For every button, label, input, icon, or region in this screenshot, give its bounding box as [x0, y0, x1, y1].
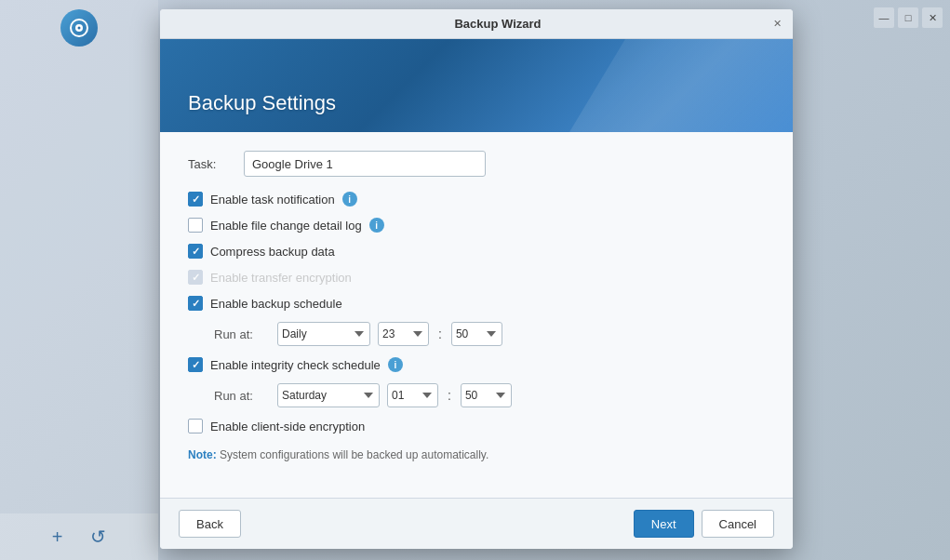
compress-backup-checkbox[interactable]: [188, 244, 203, 259]
backup-schedule-runat-row: Run at: Daily Weekly Monthly 23 00010203…: [214, 322, 765, 346]
wm-maximize-button[interactable]: □: [898, 7, 918, 28]
next-button[interactable]: Next: [634, 510, 694, 538]
compress-backup-label: Compress backup data: [210, 245, 335, 259]
dialog-title: Backup Wizard: [225, 17, 770, 31]
integrity-minute-select[interactable]: 50 00051015 20253035 404555: [461, 383, 512, 407]
integrity-runat-label: Run at:: [214, 389, 270, 403]
close-icon: ✕: [773, 18, 782, 30]
backup-minute-select[interactable]: 50 00051015 20253035 404555: [451, 322, 502, 346]
titlebar-controls: ✕: [770, 18, 783, 31]
enable-file-change-row: Enable file change detail log i: [188, 218, 765, 233]
enable-client-encryption-label: Enable client-side encryption: [210, 420, 365, 433]
enable-integrity-check-checkbox[interactable]: [188, 357, 203, 372]
enable-client-encryption-row: Enable client-side encryption: [188, 419, 765, 433]
enable-transfer-encryption-label: Enable transfer encryption: [210, 271, 352, 285]
enable-transfer-encryption-checkbox: [188, 270, 203, 285]
task-label: Task:: [188, 157, 244, 171]
integrity-schedule-runat-row: Run at: Saturday MondayTuesdayWednesday …: [214, 383, 765, 407]
compress-backup-row: Compress backup data: [188, 244, 765, 259]
header-title: Backup Settings: [188, 91, 336, 115]
note-text: System configurations will be backed up …: [220, 448, 488, 461]
backup-hour-select[interactable]: 23 00010203 04050607 08091011 12131415 1…: [378, 322, 429, 346]
task-input[interactable]: [244, 151, 486, 177]
integrity-day-select[interactable]: Saturday MondayTuesdayWednesday Thursday…: [277, 383, 380, 407]
integrity-time-colon: :: [448, 388, 451, 403]
enable-task-notification-label: Enable task notification: [210, 193, 335, 207]
enable-integrity-check-row: Enable integrity check schedule i: [188, 357, 765, 372]
enable-backup-schedule-row: Enable backup schedule: [188, 296, 765, 311]
enable-file-change-label: Enable file change detail log: [210, 219, 362, 233]
dialog-footer: Back Next Cancel: [160, 498, 793, 549]
enable-backup-schedule-label: Enable backup schedule: [210, 297, 342, 311]
wm-minimize-button[interactable]: —: [874, 7, 894, 28]
history-icon[interactable]: ↺: [90, 526, 106, 548]
taskbar: + ↺: [0, 0, 158, 560]
task-row: Task:: [188, 151, 765, 177]
enable-transfer-encryption-row: Enable transfer encryption: [188, 270, 765, 285]
enable-task-notification-checkbox[interactable]: [188, 192, 203, 207]
enable-file-change-info-icon[interactable]: i: [369, 218, 384, 233]
desktop: + ↺ — □ ✕ Backup Wizard ✕ Backup Setting…: [0, 0, 950, 560]
backup-wizard-dialog: Backup Wizard ✕ Backup Settings Task: En…: [160, 9, 793, 549]
enable-file-change-checkbox[interactable]: [188, 218, 203, 233]
backup-frequency-select[interactable]: Daily Weekly Monthly: [277, 322, 370, 346]
backup-runat-label: Run at:: [214, 327, 270, 341]
integrity-hour-select[interactable]: 01 00020304 05060708 09101112 13141516 1…: [387, 383, 438, 407]
bottom-bar: + ↺: [0, 513, 158, 560]
wm-close-button[interactable]: ✕: [922, 7, 943, 28]
enable-task-notification-info-icon[interactable]: i: [342, 192, 357, 207]
enable-integrity-check-label: Enable integrity check schedule: [210, 358, 381, 372]
backup-time-colon: :: [438, 327, 442, 341]
note-label: Note:: [188, 448, 217, 461]
dialog-content: Task: Enable task notification i Enable …: [160, 132, 793, 498]
enable-integrity-check-info-icon[interactable]: i: [388, 357, 403, 372]
footer-right-buttons: Next Cancel: [634, 510, 774, 538]
enable-task-notification-row: Enable task notification i: [188, 192, 765, 207]
dialog-close-button[interactable]: ✕: [770, 18, 783, 31]
cancel-button[interactable]: Cancel: [702, 510, 774, 538]
app-icon[interactable]: [60, 9, 98, 47]
svg-point-2: [78, 27, 81, 30]
dialog-header: Backup Settings: [160, 39, 793, 132]
enable-backup-schedule-checkbox[interactable]: [188, 296, 203, 311]
note-row: Note: System configurations will be back…: [188, 448, 765, 461]
dialog-titlebar: Backup Wizard ✕: [160, 9, 793, 39]
back-button[interactable]: Back: [179, 510, 241, 538]
wm-controls: — □ ✕: [874, 7, 943, 28]
add-icon[interactable]: +: [52, 527, 63, 548]
enable-client-encryption-checkbox[interactable]: [188, 419, 203, 433]
